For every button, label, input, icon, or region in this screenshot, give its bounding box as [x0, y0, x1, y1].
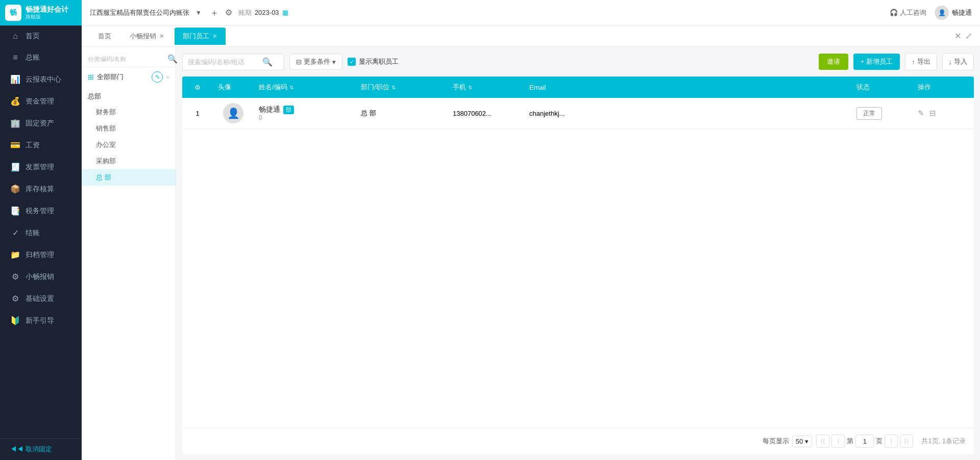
th-dept[interactable]: 部门/职位 ⇅ — [356, 76, 448, 98]
show-resigned-checkbox[interactable]: ✓ — [348, 58, 356, 66]
sidebar-item-expense[interactable]: ⚙ 小畅报销 — [0, 266, 82, 288]
th-status: 状态 — [851, 76, 913, 98]
sidebar-item-settings[interactable]: ⚙ 基础设置 — [0, 288, 82, 310]
sidebar-logo: 畅 畅捷通好会计 旗舰版 — [0, 0, 82, 25]
period-display: 账期 2023-03 ▦ — [238, 8, 288, 17]
sidebar-item-invoices[interactable]: 🧾 发票管理 — [0, 156, 82, 178]
employee-table: ⚙ 头像 姓名/编码 ⇅ 部门/职位 ⇅ 手机 ⇅ — [182, 76, 974, 454]
tab-employees-close[interactable]: ✕ — [212, 33, 217, 40]
dept-item-general[interactable]: 总 部 — [82, 169, 176, 186]
logout-button[interactable]: ⊟ — [929, 109, 936, 118]
funds-icon: 💰 — [10, 96, 20, 106]
user-menu[interactable]: 👤 畅捷通 — [935, 6, 972, 20]
sidebar-item-reports[interactable]: 📊 云报表中心 — [0, 68, 82, 90]
tab-expense[interactable]: 小畅报销 ✕ — [121, 28, 173, 45]
filter-button[interactable]: ⊟ 更多条件 ▾ — [289, 54, 342, 70]
invite-button[interactable]: 邀请 — [819, 54, 848, 70]
tab-home[interactable]: 首页 — [90, 28, 119, 45]
dept-item-purchase[interactable]: 采购部 — [82, 153, 176, 169]
calendar-icon[interactable]: ▦ — [282, 9, 288, 16]
export-button[interactable]: ↑ 导出 — [905, 53, 937, 70]
th-phone[interactable]: 手机 ⇅ — [448, 76, 524, 98]
table-header: ⚙ 头像 姓名/编码 ⇅ 部门/职位 ⇅ 手机 ⇅ — [182, 76, 974, 98]
dept-search-input[interactable] — [88, 56, 164, 63]
next-page-button[interactable]: ⟩ — [885, 435, 898, 448]
sidebar-item-assets[interactable]: 🏢 固定资产 — [0, 112, 82, 134]
dept-item-office[interactable]: 办公室 — [82, 137, 176, 153]
last-page-button[interactable]: ⟩⟩ — [900, 435, 913, 448]
show-resigned-toggle[interactable]: ✓ 显示离职员工 — [348, 57, 399, 66]
expense-icon: ⚙ — [10, 272, 20, 282]
pagination-nav: ⟨⟨ ⟨ 第 页 ⟩ ⟩⟩ — [816, 435, 913, 448]
add-employee-button[interactable]: + 新增员工 — [853, 54, 900, 70]
tab-employees[interactable]: 部门员工 ✕ — [175, 28, 226, 45]
per-page-dropdown[interactable]: 50 ▾ — [792, 436, 812, 447]
tab-close-button[interactable]: ✕ — [954, 31, 961, 41]
invoices-icon: 🧾 — [10, 162, 20, 172]
settings-icon[interactable]: ⚙ — [225, 8, 232, 17]
right-panel: 🔍 ⊟ 更多条件 ▾ ✓ 显示离职员工 邀请 + 新增员工 ↑ 导出 — [176, 47, 980, 460]
employee-search-input[interactable] — [188, 58, 259, 66]
sidebar-item-archive[interactable]: 📁 归档管理 — [0, 244, 82, 266]
dept-edit-button[interactable]: ✎ — [152, 71, 163, 83]
inventory-icon: 📦 — [10, 184, 20, 194]
sidebar-item-settle[interactable]: ✓ 结账 — [0, 222, 82, 244]
first-page-button[interactable]: ⟨⟨ — [816, 435, 829, 448]
column-settings-icon[interactable]: ⚙ — [194, 84, 201, 91]
collapse-panel-button[interactable]: « — [166, 73, 169, 81]
export-icon: ↑ — [912, 58, 915, 66]
table-body: 1 👤 畅捷通 部 — [182, 98, 974, 428]
td-name: 畅捷通 部 0 — [254, 98, 356, 129]
sidebar-item-home[interactable]: ⌂ 首页 — [0, 25, 82, 47]
home-icon: ⌂ — [10, 32, 20, 41]
archive-icon: 📁 — [10, 250, 20, 260]
page-number-input[interactable] — [855, 435, 874, 448]
prev-page-button[interactable]: ⟨ — [831, 435, 845, 448]
company-name: 江西服宝精品有限责任公司内账张 — [90, 8, 189, 17]
dept-search: 🔍 — [82, 51, 176, 67]
th-name[interactable]: 姓名/编码 ⇅ — [254, 76, 356, 98]
th-settings[interactable]: ⚙ — [182, 76, 213, 98]
main-content: 江西服宝精品有限责任公司内账张 ▼ ＋ ⚙ 账期 2023-03 ▦ 🎧 人工咨… — [82, 0, 980, 460]
add-company-button[interactable]: ＋ — [210, 7, 219, 19]
tab-expense-close[interactable]: ✕ — [159, 33, 164, 40]
sidebar-item-tax[interactable]: 📑 税务管理 — [0, 200, 82, 222]
td-phone: 138070602... — [448, 98, 524, 129]
toolbar: 🔍 ⊟ 更多条件 ▾ ✓ 显示离职员工 邀请 + 新增员工 ↑ 导出 — [182, 53, 974, 70]
sidebar-item-ledger[interactable]: ≡ 总账 — [0, 47, 82, 68]
pagination: 每页显示 50 ▾ ⟨⟨ ⟨ 第 页 — [182, 428, 974, 454]
employee-search-box: 🔍 — [182, 54, 284, 70]
content-area: 🔍 ⊞ 全部部门 ✎ « 总部 财务部 销售部 办公室 采购部 总 部 — [82, 47, 980, 460]
dept-item-sales[interactable]: 销售部 — [82, 120, 176, 137]
per-page-dropdown-icon: ▾ — [805, 438, 808, 445]
dept-tree: 总部 财务部 销售部 办公室 采购部 总 部 — [82, 87, 176, 188]
sidebar-nav: ⌂ 首页 ≡ 总账 📊 云报表中心 💰 资金管理 🏢 固定资产 💳 工资 🧾 发… — [0, 25, 82, 438]
sort-dept-icon: ⇅ — [391, 85, 396, 90]
all-dept-header[interactable]: ⊞ 全部部门 ✎ « — [82, 67, 176, 87]
unpin-button[interactable]: ◀◀ 取消固定 — [0, 438, 82, 460]
topbar: 江西服宝精品有限责任公司内账张 ▼ ＋ ⚙ 账期 2023-03 ▦ 🎧 人工咨… — [82, 0, 980, 25]
dept-item-finance[interactable]: 财务部 — [82, 104, 176, 120]
sidebar-item-guide[interactable]: 🔰 新手引导 — [0, 310, 82, 331]
import-button[interactable]: ↓ 导入 — [942, 53, 974, 70]
search-icon[interactable]: 🔍 — [262, 57, 273, 67]
headset-icon: 🎧 — [890, 9, 898, 16]
sidebar-item-inventory[interactable]: 📦 库存核算 — [0, 178, 82, 200]
company-dropdown[interactable]: ▼ — [195, 9, 202, 16]
td-status: 正常 — [851, 98, 913, 129]
td-index: 1 — [182, 98, 213, 129]
settings-icon: ⚙ — [10, 294, 20, 303]
page-input-group: 第 页 — [847, 435, 883, 448]
filter-dropdown-icon: ▾ — [332, 58, 336, 66]
service-button[interactable]: 🎧 人工咨询 — [890, 8, 926, 17]
th-avatar: 头像 — [213, 76, 254, 98]
tax-icon: 📑 — [10, 206, 20, 216]
sidebar-item-funds[interactable]: 💰 资金管理 — [0, 90, 82, 112]
logo-icon: 畅 — [5, 5, 21, 21]
edit-button[interactable]: ✎ — [918, 109, 924, 118]
logo-text: 畅捷通好会计 旗舰版 — [26, 5, 68, 21]
dept-group-general: 总部 — [82, 89, 176, 104]
sidebar-item-payroll[interactable]: 💳 工资 — [0, 134, 82, 156]
assets-icon: 🏢 — [10, 118, 20, 128]
tab-expand-button[interactable]: ⤢ — [965, 31, 972, 41]
